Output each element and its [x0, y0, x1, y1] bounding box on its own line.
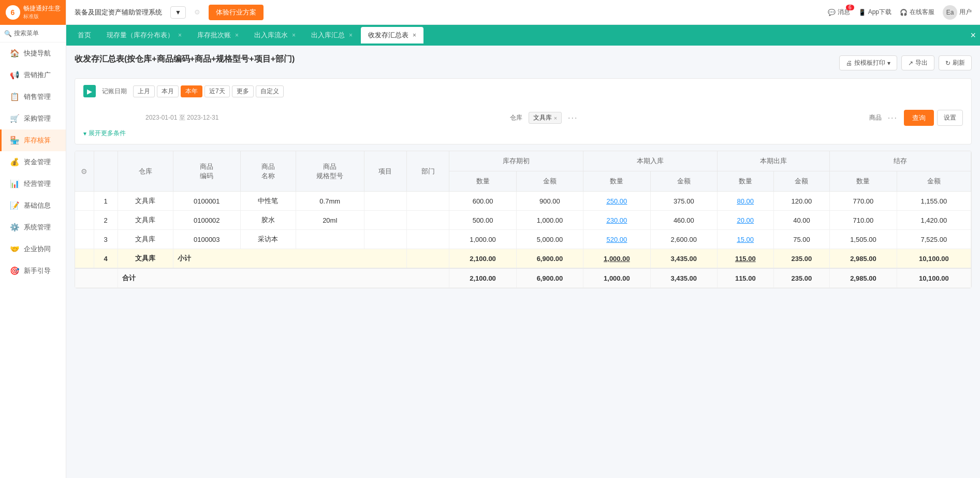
- search-menu-item[interactable]: 🔍 搜索菜单: [0, 25, 66, 42]
- sidebar-item-label: 系统管理: [24, 223, 51, 232]
- th-out-period: 本期出库: [717, 151, 829, 171]
- topbar-system-name: 装备及固定资产辅助管理系统: [75, 8, 162, 17]
- print-btn[interactable]: 🖨 按模板打印 ▾: [839, 55, 897, 70]
- row-out-qty[interactable]: 20.00: [717, 211, 773, 230]
- tab-receive-summary-close[interactable]: ×: [413, 32, 416, 39]
- row-project: [364, 230, 406, 249]
- row-in-qty[interactable]: 230.00: [583, 211, 650, 230]
- row-in-qty[interactable]: 250.00: [583, 192, 650, 211]
- online-service-item[interactable]: 🎧 在线客服: [900, 8, 934, 17]
- tab-inout-flow-label: 出入库流水: [254, 31, 288, 40]
- sidebar-item-guide[interactable]: 🎯 新手引导: [0, 260, 66, 282]
- date-btn-this-month[interactable]: 本月: [157, 85, 179, 97]
- th-init-qty: 数量: [449, 171, 516, 192]
- sidebar-item-sales[interactable]: 📋 销售管理: [0, 86, 66, 108]
- tab-stock-dist[interactable]: 现存量（库存分布表） ×: [99, 27, 189, 44]
- row-warehouse: 文具库: [118, 192, 173, 211]
- settings-btn[interactable]: 设置: [937, 110, 963, 126]
- row-init-qty: 600.00: [449, 192, 516, 211]
- tab-inout-summary-close[interactable]: ×: [349, 32, 353, 39]
- tab-inout-flow-close[interactable]: ×: [292, 32, 296, 39]
- app-label: App下载: [868, 8, 891, 17]
- th-balance: 结存: [830, 151, 971, 171]
- table-footer: 合计 2,100.00 6,900.00 1,000.00 3,435.00 1…: [75, 268, 971, 288]
- date-buttons: 上月 本月 本年 近7天 更多 自定义: [133, 85, 284, 97]
- sidebar-item-label: 资金管理: [24, 157, 51, 167]
- warehouse-value: 文具库: [533, 113, 552, 122]
- table-row: 3 文具库 0100003 采访本 1,000.00 5,000.00 520.…: [75, 230, 971, 249]
- row-name: 采访本: [240, 230, 296, 249]
- app-download-item[interactable]: 📱 App下载: [858, 8, 891, 17]
- system-selector[interactable]: ▼: [170, 6, 186, 19]
- th-name: 商品名称: [240, 151, 296, 192]
- date-btn-custom[interactable]: 自定义: [256, 85, 284, 97]
- warehouse-more-dots[interactable]: ···: [568, 113, 578, 123]
- date-btn-7days[interactable]: 近7天: [204, 85, 230, 97]
- sidebar-item-business[interactable]: 📊 经营管理: [0, 173, 66, 195]
- sidebar-item-finance[interactable]: 💰 资金管理: [0, 151, 66, 173]
- row-out-qty[interactable]: 80.00: [717, 192, 773, 211]
- column-settings-icon[interactable]: ⚙: [81, 167, 87, 176]
- row-seq: 2: [94, 211, 118, 230]
- try-industry-btn[interactable]: 体验行业方案: [209, 5, 264, 20]
- tab-home[interactable]: 首页: [70, 27, 98, 44]
- date-btn-last-month[interactable]: 上月: [133, 85, 155, 97]
- sidebar-item-base[interactable]: 📝 基础信息: [0, 195, 66, 216]
- warehouse-tag-close[interactable]: ×: [554, 115, 557, 121]
- message-icon-item[interactable]: 💬 6 消息: [828, 8, 850, 17]
- tab-stock-dist-close[interactable]: ×: [178, 32, 182, 39]
- row-project: [364, 192, 406, 211]
- row-bal-amt: 7,525.00: [897, 230, 971, 249]
- tab-inout-flow[interactable]: 出入库流水 ×: [247, 27, 303, 44]
- sidebar-item-inventory[interactable]: 🏪 库存核算: [0, 129, 66, 151]
- megaphone-icon: 📢: [10, 70, 20, 80]
- close-all-tabs[interactable]: ×: [970, 30, 976, 41]
- th-in-period: 本期入库: [583, 151, 718, 171]
- query-btn[interactable]: 查询: [904, 110, 934, 126]
- user-item[interactable]: Ea 用户: [943, 5, 972, 20]
- row-name: 中性笔: [240, 192, 296, 211]
- message-icon: 💬: [828, 9, 836, 16]
- sidebar-item-system[interactable]: ⚙️ 系统管理: [0, 216, 66, 238]
- row-settings: [75, 192, 94, 211]
- row-spec: [296, 230, 364, 249]
- row-warehouse: 文具库: [118, 230, 173, 249]
- footer-bal-amt: 10,100.00: [897, 268, 971, 288]
- cart-icon: 🛒: [10, 114, 20, 123]
- table-row: 2 文具库 0100002 胶水 20ml 500.00 1,000.00 23…: [75, 211, 971, 230]
- sidebar-item-collab[interactable]: 🤝 企业协同: [0, 238, 66, 260]
- sidebar-item-marketing[interactable]: 📢 营销推广: [0, 64, 66, 86]
- date-btn-more[interactable]: 更多: [232, 85, 254, 97]
- expand-more-btn[interactable]: ▾ 展开更多条件: [83, 129, 963, 138]
- sidebar-item-quick[interactable]: 🏠 快捷导航: [0, 42, 66, 64]
- row-out-qty[interactable]: 15.00: [717, 230, 773, 249]
- tab-receive-summary[interactable]: 收发存汇总表 ×: [361, 27, 423, 44]
- main-area: 装备及固定资产辅助管理系统 ▼ ⚙ 体验行业方案 💬 6 消息 📱 App下载 …: [66, 0, 980, 478]
- date-btn-this-year[interactable]: 本年: [181, 85, 202, 97]
- filter-toggle-btn[interactable]: ▶: [83, 85, 96, 97]
- sidebar-item-purchase[interactable]: 🛒 采购管理: [0, 108, 66, 129]
- sidebar-subtitle: 标准版: [23, 13, 61, 20]
- tab-batch-ledger[interactable]: 库存批次账 ×: [190, 27, 246, 44]
- row-dept: [407, 230, 449, 249]
- row-settings: [75, 211, 94, 230]
- row-out-qty: 115.00: [717, 249, 773, 269]
- data-table: ⚙ 仓库 商品编码 商品名称 商品规格型号 项目 部门 库存期初 本期入库 本期…: [75, 151, 971, 288]
- th-out-qty: 数量: [717, 171, 773, 192]
- topbar-icons: 💬 6 消息 📱 App下载 🎧 在线客服 Ea 用户: [828, 5, 972, 20]
- row-in-qty[interactable]: 520.00: [583, 230, 650, 249]
- row-code: 0100003: [173, 230, 240, 249]
- handshake-icon: 🤝: [10, 244, 20, 254]
- footer-total-label: 合计: [118, 268, 449, 288]
- export-btn[interactable]: ↗ 导出: [901, 55, 934, 70]
- goods-more-dots[interactable]: ···: [888, 113, 898, 123]
- footer-in-amt: 3,435.00: [650, 268, 717, 288]
- sidebar-item-label: 快捷导航: [24, 49, 51, 58]
- sidebar-item-label: 企业协同: [24, 244, 51, 254]
- tab-inout-summary-label: 出入库汇总: [311, 31, 345, 40]
- refresh-btn[interactable]: ↻ 刷新: [939, 55, 972, 70]
- row-in-amt: 3,435.00: [650, 249, 717, 269]
- tab-inout-summary[interactable]: 出入库汇总 ×: [304, 27, 360, 44]
- th-warehouse: 仓库: [118, 151, 173, 192]
- tab-batch-ledger-close[interactable]: ×: [235, 32, 239, 39]
